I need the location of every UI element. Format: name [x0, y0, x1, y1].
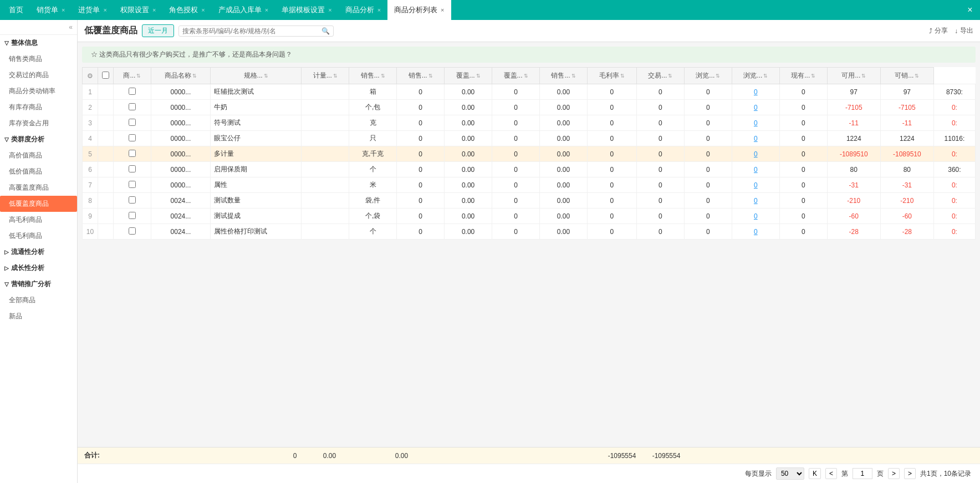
col-sale-qty[interactable]: 销售...⇅: [349, 68, 397, 84]
row-checkbox-2[interactable]: [114, 100, 151, 115]
row-select-9[interactable]: [129, 212, 136, 219]
row-select-1[interactable]: [129, 88, 136, 95]
col-gross[interactable]: 毛利率⇅: [587, 68, 636, 84]
col-unit[interactable]: 计量...⇅: [302, 68, 349, 84]
sidebar-item-all-products[interactable]: 全部商品: [0, 292, 77, 308]
row-browse1-10[interactable]: 0: [732, 224, 779, 240]
first-page-button[interactable]: K: [809, 468, 821, 479]
row-settings-7[interactable]: [98, 177, 114, 193]
last-page-button[interactable]: >: [904, 468, 916, 479]
row-checkbox-9[interactable]: [114, 209, 151, 224]
row-settings-1[interactable]: [98, 84, 114, 100]
row-settings-10[interactable]: [98, 224, 114, 240]
row-browse1-1[interactable]: 0: [732, 84, 779, 100]
nav-purchase[interactable]: 进货单 ×: [72, 0, 113, 20]
export-button[interactable]: ↓ 导出: [955, 26, 973, 35]
row-browse1-8[interactable]: 0: [732, 193, 779, 209]
row-checkbox-3[interactable]: [114, 115, 151, 131]
row-settings-9[interactable]: [98, 209, 114, 224]
table-wrapper[interactable]: ⚙ 商...⇅ 商品名称⇅ 规格...⇅ 计量...⇅ 销售...⇅ 销售...…: [78, 63, 980, 447]
nav-product-analysis[interactable]: 商品分析 ×: [339, 0, 387, 20]
page-number-input[interactable]: [853, 468, 872, 479]
nav-template[interactable]: 单据模板设置 ×: [275, 0, 338, 20]
col-cover1[interactable]: 覆盖...⇅: [445, 68, 492, 84]
col-checkbox-header[interactable]: [98, 68, 114, 84]
row-checkbox-1[interactable]: [114, 84, 151, 100]
row-browse1-3[interactable]: 0: [732, 115, 779, 131]
search-icon[interactable]: 🔍: [321, 27, 330, 35]
sidebar-item-stock-capital[interactable]: 库存资金占用: [0, 115, 77, 131]
row-browse1-4[interactable]: 0: [732, 131, 779, 146]
row-select-8[interactable]: [129, 196, 136, 204]
sidebar-group-circulation[interactable]: ▷ 流通性分析: [0, 244, 77, 260]
col-trade[interactable]: 交易...⇅: [636, 68, 684, 84]
sidebar-group-marketing[interactable]: ▽ 营销推广分析: [0, 276, 77, 292]
col-stock[interactable]: 现有...⇅: [779, 68, 827, 84]
share-button[interactable]: ⤴ 分享: [929, 26, 948, 35]
row-settings-2[interactable]: [98, 100, 114, 115]
row-select-10[interactable]: [129, 227, 136, 235]
sidebar-item-sales-products[interactable]: 销售类商品: [0, 51, 77, 67]
sidebar-group-cluster[interactable]: ▽ 类群度分析: [0, 131, 77, 148]
nav-permission[interactable]: 权限设置 ×: [114, 0, 162, 20]
nav-product-in-close[interactable]: ×: [265, 7, 268, 13]
close-all-button[interactable]: ×: [962, 2, 978, 18]
sidebar-item-new-products[interactable]: 新品: [0, 308, 77, 324]
row-browse1-7[interactable]: 0: [732, 177, 779, 193]
prev-page-button[interactable]: <: [825, 468, 837, 479]
row-browse1-2[interactable]: 0: [732, 100, 779, 115]
row-checkbox-10[interactable]: [114, 224, 151, 240]
sidebar-item-high-value[interactable]: 高价值商品: [0, 148, 77, 164]
col-browse2[interactable]: 浏览...⇅: [732, 68, 779, 84]
row-select-3[interactable]: [129, 119, 136, 126]
row-select-4[interactable]: [129, 134, 136, 141]
col-cover2[interactable]: 覆盖...⇅: [492, 68, 540, 84]
nav-product-analysis-list-close[interactable]: ×: [441, 7, 444, 13]
select-all-checkbox[interactable]: [102, 72, 109, 79]
sidebar-item-in-stock[interactable]: 有库存商品: [0, 99, 77, 115]
col-settings[interactable]: ⚙: [83, 68, 98, 84]
search-input[interactable]: [182, 27, 321, 35]
sidebar-item-high-coverage[interactable]: 高覆盖度商品: [0, 180, 77, 196]
nav-role[interactable]: 角色授权 ×: [162, 0, 211, 20]
row-browse1-5[interactable]: 0: [732, 146, 779, 162]
nav-purchase-close[interactable]: ×: [103, 7, 106, 13]
sidebar-item-low-coverage[interactable]: 低覆盖度商品: [0, 196, 77, 212]
nav-product-analysis-close[interactable]: ×: [377, 7, 381, 13]
row-settings-5[interactable]: [98, 146, 114, 162]
row-select-5[interactable]: [129, 150, 136, 157]
sidebar-item-high-margin[interactable]: 高毛利商品: [0, 212, 77, 228]
col-name[interactable]: 商品名称⇅: [151, 68, 210, 84]
nav-sales[interactable]: 销货单 ×: [30, 0, 72, 20]
row-settings-3[interactable]: [98, 115, 114, 131]
next-page-button[interactable]: >: [888, 468, 900, 479]
nav-home[interactable]: 首页: [2, 0, 30, 20]
row-select-2[interactable]: [129, 103, 136, 110]
row-browse1-6[interactable]: 0: [732, 162, 779, 177]
col-code[interactable]: 商...⇅: [114, 68, 151, 84]
col-saleable[interactable]: 可销...⇅: [880, 68, 933, 84]
row-checkbox-5[interactable]: [114, 146, 151, 162]
row-settings-8[interactable]: [98, 193, 114, 209]
row-select-6[interactable]: [129, 165, 136, 172]
nav-permission-close[interactable]: ×: [152, 7, 156, 13]
page-size-select[interactable]: 50 10 20 100: [776, 467, 804, 480]
row-settings-6[interactable]: [98, 162, 114, 177]
col-sale-amt[interactable]: 销售...⇅: [397, 68, 445, 84]
sidebar-item-category-rate[interactable]: 商品分类动销率: [0, 83, 77, 99]
row-settings-4[interactable]: [98, 131, 114, 146]
nav-template-close[interactable]: ×: [328, 7, 331, 13]
col-avail[interactable]: 可用...⇅: [827, 68, 880, 84]
sidebar-group-overall[interactable]: ▽ 整体信息: [0, 35, 77, 51]
row-checkbox-4[interactable]: [114, 131, 151, 146]
search-box[interactable]: 🔍: [178, 26, 334, 37]
sidebar-item-low-margin[interactable]: 低毛利商品: [0, 228, 77, 244]
row-browse1-9[interactable]: 0: [732, 209, 779, 224]
col-sale3[interactable]: 销售...⇅: [540, 68, 588, 84]
row-checkbox-8[interactable]: [114, 193, 151, 209]
nav-product-analysis-list[interactable]: 商品分析列表 ×: [387, 0, 451, 20]
nav-role-close[interactable]: ×: [201, 7, 205, 13]
col-browse1[interactable]: 浏览...⇅: [684, 68, 732, 84]
filter-recent-month-button[interactable]: 近一月: [142, 24, 174, 37]
sidebar-item-traded-products[interactable]: 交易过的商品: [0, 67, 77, 83]
